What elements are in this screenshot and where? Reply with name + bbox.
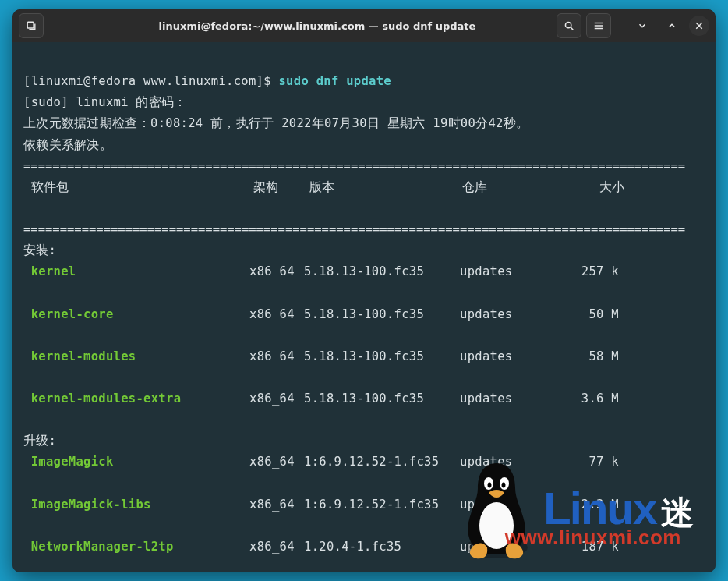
divider-mid: ========================================…: [23, 222, 685, 236]
deps-resolved-line: 依赖关系解决。: [23, 138, 112, 152]
table-header: 软件包架构版本仓库大小: [23, 177, 705, 198]
table-row: ImageMagick-libsx86_641:6.9.12.52-1.fc35…: [23, 494, 705, 515]
command-text: sudo dnf update: [278, 74, 391, 88]
minimize-button[interactable]: [630, 13, 655, 38]
table-row: kernel-modules-extrax86_645.18.13-100.fc…: [23, 388, 705, 409]
watermark-url: www.linuxmi.com: [505, 520, 681, 556]
svg-rect-0: [27, 22, 34, 28]
window-title: linuxmi@fedora:~/www.linuxmi.com — sudo …: [83, 20, 552, 32]
section-install: 安装:: [23, 243, 56, 257]
svg-point-5: [500, 477, 509, 490]
divider-top: ========================================…: [23, 159, 685, 173]
svg-point-1: [565, 22, 571, 27]
titlebar: linuxmi@fedora:~/www.linuxmi.com — sudo …: [12, 9, 716, 42]
hamburger-menu-button[interactable]: [586, 13, 611, 38]
metadata-line: 上次元数据过期检查：0:08:24 前，执行于 2022年07月30日 星期六 …: [23, 116, 528, 130]
sudo-prompt: [sudo] linuxmi 的密码：: [23, 95, 187, 109]
table-row: kernel-modulesx86_645.18.13-100.fc35upda…: [23, 346, 705, 367]
close-button[interactable]: [689, 16, 709, 36]
maximize-button[interactable]: [659, 13, 684, 38]
terminal-window: linuxmi@fedora:~/www.linuxmi.com — sudo …: [12, 9, 716, 572]
svg-point-4: [484, 477, 493, 490]
search-button[interactable]: [557, 13, 581, 38]
table-row: kernelx86_645.18.13-100.fc35updates257 k: [23, 261, 705, 282]
section-upgrade: 升级:: [23, 434, 56, 448]
table-row: kernel-corex86_645.18.13-100.fc35updates…: [23, 304, 705, 325]
svg-point-7: [502, 483, 506, 488]
new-tab-button[interactable]: [19, 13, 44, 38]
prompt: [linuxmi@fedora www.linuxmi.com]$: [23, 74, 278, 88]
terminal-output[interactable]: [linuxmi@fedora www.linuxmi.com]$ sudo d…: [12, 42, 716, 572]
svg-point-6: [488, 483, 492, 488]
table-row: ImageMagickx86_641:6.9.12.52-1.fc35updat…: [23, 452, 705, 473]
